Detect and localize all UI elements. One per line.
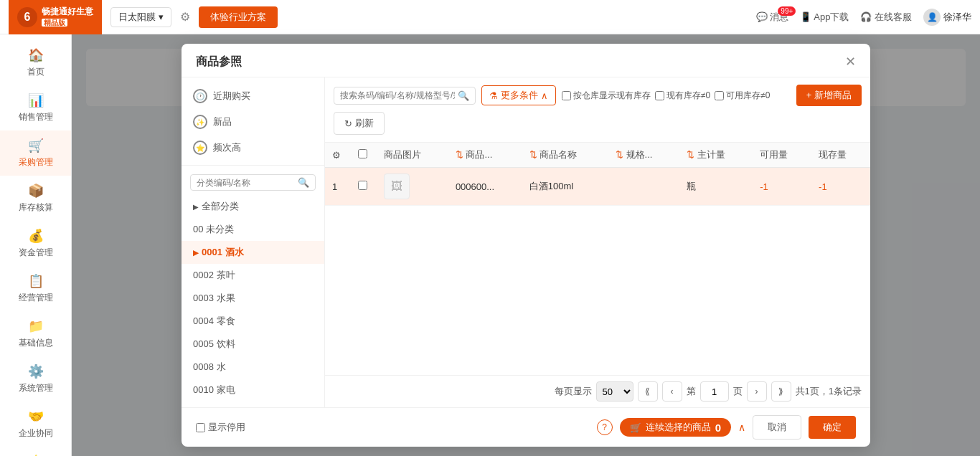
category-beverage[interactable]: 0005 饮料 xyxy=(182,333,324,356)
new-product-item[interactable]: ✨ 新品 xyxy=(182,109,324,135)
user-avatar: 👤 xyxy=(923,9,941,26)
cancel-button[interactable]: 取消 xyxy=(753,415,801,440)
settings-icon[interactable]: ⚙ xyxy=(180,10,190,24)
top-nav: 6 畅捷通好生意 精品版 日太阳膜 ▾ ⚙ 体验行业方案 💬 消息 99+ 📱 … xyxy=(0,0,980,34)
more-filter-button[interactable]: ⚗ 更多条件 ∧ xyxy=(481,85,556,105)
disabled-checkbox[interactable] xyxy=(196,423,205,432)
help-icon[interactable]: ? xyxy=(597,419,613,435)
first-page-button[interactable]: ⟪ xyxy=(638,381,658,402)
product-search-input[interactable] xyxy=(340,90,455,100)
table-header-row: ⚙ 商品图片 ⇅ 商品... xyxy=(325,143,870,168)
sidebar-item-purchase[interactable]: 🛒 采购管理 xyxy=(0,130,71,176)
collapse-cart-icon[interactable]: ∧ xyxy=(738,422,745,433)
inventory-icon: 📦 xyxy=(28,183,44,199)
arrow-icon-alcohol: ▶ xyxy=(193,249,199,257)
basic-icon: 📁 xyxy=(28,318,44,334)
select-all-checkbox[interactable] xyxy=(358,149,367,158)
product-search-box[interactable]: 🔍 xyxy=(334,87,476,105)
frequent-item[interactable]: ⭐ 频次高 xyxy=(182,135,324,161)
modal-left-panel: 🕐 近期购买 ✨ 新品 ⭐ 频次高 xyxy=(182,77,325,407)
sidebar-item-home[interactable]: 🏠 首页 xyxy=(0,40,71,85)
nav-right: 💬 消息 99+ 📱 App下载 🎧 在线客服 👤 徐泽华 xyxy=(756,9,971,26)
cell-code: 000600... xyxy=(448,168,522,206)
message-icon: 💬 xyxy=(756,11,768,22)
sidebar-item-finance[interactable]: 💰 资金管理 xyxy=(0,221,71,266)
cell-checkbox[interactable] xyxy=(351,168,377,206)
user-area[interactable]: 👤 徐泽华 xyxy=(923,9,971,26)
product-table-wrap: ⚙ 商品图片 ⇅ 商品... xyxy=(325,143,870,375)
headset-icon: 🎧 xyxy=(860,11,872,22)
confirm-button[interactable]: 确定 xyxy=(809,416,856,439)
page-number-input[interactable] xyxy=(700,381,729,402)
product-reference-modal: 商品参照 ✕ 🕐 近期购买 ✨ 新品 xyxy=(182,44,870,447)
per-page-select[interactable]: 50 100 200 xyxy=(596,381,633,402)
store-selector[interactable]: 日太阳膜 ▾ xyxy=(110,7,171,27)
recent-purchase-item[interactable]: 🕐 近期购买 xyxy=(182,83,324,109)
sales-icon: 📊 xyxy=(28,92,44,108)
column-settings-icon[interactable]: ⚙ xyxy=(332,150,341,161)
cell-spec xyxy=(608,168,679,206)
modal-title: 商品参照 xyxy=(196,54,242,70)
sidebar-item-inventory[interactable]: 📦 库存核算 xyxy=(0,176,71,221)
sidebar-item-guide[interactable]: 🌟 新手引导 xyxy=(0,447,71,456)
logo-text: 畅捷通好生意 精品版 xyxy=(42,6,93,27)
show-disabled-checkbox[interactable]: 显示停用 xyxy=(196,421,245,434)
table-row[interactable]: 1 🖼 xyxy=(325,168,870,206)
warehouse-checkbox[interactable] xyxy=(562,91,571,100)
checkbox-warehouse[interactable]: 按仓库显示现有库存 xyxy=(562,90,651,102)
sidebar-item-enterprise[interactable]: 🤝 企业协同 xyxy=(0,402,71,447)
category-search-box[interactable]: 🔍 xyxy=(190,174,316,191)
app-download[interactable]: 📱 App下载 xyxy=(800,11,849,24)
category-all[interactable]: ▶ 全部分类 xyxy=(182,195,324,218)
cart-area[interactable]: 🛒 连续选择的商品 0 xyxy=(620,418,731,437)
category-fruit[interactable]: 0003 水果 xyxy=(182,287,324,310)
next-page-button[interactable]: › xyxy=(747,381,767,402)
trial-button[interactable]: 体验行业方案 xyxy=(199,6,278,28)
content-area: 商品参照 ✕ 🕐 近期购买 ✨ 新品 xyxy=(72,34,980,456)
category-tea[interactable]: 0002 茶叶 xyxy=(182,264,324,287)
enterprise-icon: 🤝 xyxy=(28,409,44,424)
cell-unit: 瓶 xyxy=(679,168,753,206)
refresh-button[interactable]: ↻ 刷新 xyxy=(334,112,385,135)
sidebar-item-operation[interactable]: 📋 经营管理 xyxy=(0,266,71,311)
product-search-icon[interactable]: 🔍 xyxy=(458,90,469,101)
col-stock: 现存量 xyxy=(811,143,870,168)
system-icon: ⚙️ xyxy=(28,364,44,379)
prev-page-button[interactable]: ‹ xyxy=(662,381,682,402)
category-water[interactable]: 0008 水 xyxy=(182,356,324,379)
category-unclassified[interactable]: 00 未分类 xyxy=(182,218,324,241)
category-snack[interactable]: 0004 零食 xyxy=(182,310,324,333)
logo-area: 6 畅捷通好生意 精品版 xyxy=(9,0,102,34)
checkbox-available-not-zero[interactable]: 可用库存≠0 xyxy=(715,90,770,102)
modal-close-button[interactable]: ✕ xyxy=(845,54,856,70)
category-appliance[interactable]: 0010 家电 xyxy=(182,379,324,402)
sort-icon-spec: ⇅ xyxy=(616,149,623,160)
category-search-input[interactable] xyxy=(197,178,298,188)
modal-overlay: 商品参照 ✕ 🕐 近期购买 ✨ 新品 xyxy=(72,34,980,456)
col-unit[interactable]: ⇅ 主计量 xyxy=(679,143,753,168)
sidebar-item-system[interactable]: ⚙️ 系统管理 xyxy=(0,356,71,402)
row-checkbox[interactable] xyxy=(358,181,367,190)
last-page-button[interactable]: ⟫ xyxy=(771,381,791,402)
online-service[interactable]: 🎧 在线客服 xyxy=(860,11,912,24)
col-settings[interactable]: ⚙ xyxy=(325,143,351,168)
modal-pagination: 每页显示 50 100 200 ⟪ ‹ 第 页 › xyxy=(325,375,870,407)
home-icon: 🏠 xyxy=(28,47,44,63)
col-spec[interactable]: ⇅ 规格... xyxy=(608,143,679,168)
add-product-button[interactable]: + 新增商品 xyxy=(796,85,862,106)
checkbox-stock-not-zero[interactable]: 现有库存≠0 xyxy=(655,90,710,102)
modal-toolbar: 🔍 ⚗ 更多条件 ∧ 按仓库显示现有库存 xyxy=(325,77,870,143)
stock-not-zero-checkbox[interactable] xyxy=(655,91,664,100)
sidebar-item-sales[interactable]: 📊 销售管理 xyxy=(0,85,71,130)
category-alcohol[interactable]: ▶ 0001 酒水 xyxy=(182,241,324,264)
message-area[interactable]: 💬 消息 99+ xyxy=(756,11,789,24)
modal-body: 🕐 近期购买 ✨ 新品 ⭐ 频次高 xyxy=(182,77,870,407)
checkbox-group: 按仓库显示现有库存 现有库存≠0 可用库存≠0 xyxy=(562,90,771,102)
col-code[interactable]: ⇅ 商品... xyxy=(448,143,522,168)
purchase-icon: 🛒 xyxy=(28,138,44,153)
available-not-zero-checkbox[interactable] xyxy=(715,91,724,100)
sidebar-item-basic[interactable]: 📁 基础信息 xyxy=(0,311,71,356)
col-name[interactable]: ⇅ 商品名称 xyxy=(522,143,608,168)
category-search-icon[interactable]: 🔍 xyxy=(298,177,309,188)
chevron-down-icon: ▾ xyxy=(159,11,164,22)
